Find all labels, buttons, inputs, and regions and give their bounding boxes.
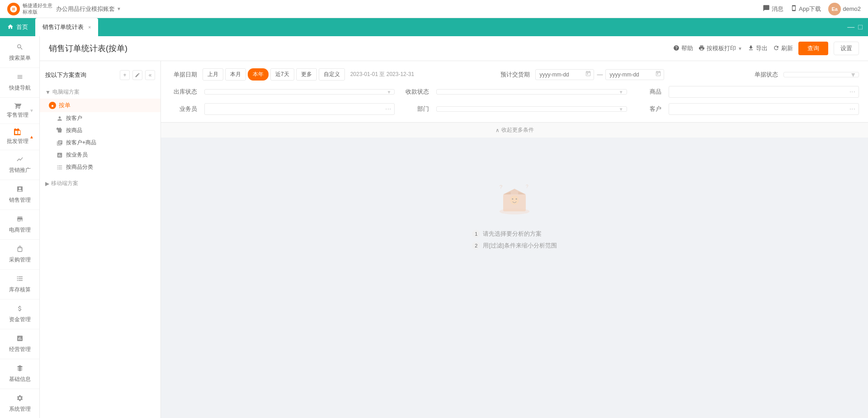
template-print-btn[interactable]: 按模板打印 ▼	[698, 44, 742, 52]
sidebar-item-operation[interactable]: 经营管理	[0, 329, 39, 359]
status-expand-icon: ▼	[850, 71, 856, 78]
tab-home[interactable]: 首页	[0, 18, 35, 36]
status-select[interactable]	[783, 72, 859, 77]
combined-icon	[56, 139, 63, 147]
calendar-start-icon[interactable]	[585, 71, 591, 78]
left-panel-header: 按以下方案查询 + «	[40, 66, 160, 84]
staff-input[interactable]	[204, 103, 395, 115]
customer-input[interactable]	[669, 103, 859, 115]
dept-select-wrap: ▼	[436, 106, 627, 112]
tree-expand-icon: ▼	[45, 89, 51, 95]
filter-row-3: 业务员 ··· 部门 ▼ 客户	[170, 103, 859, 115]
out-stock-label: 出库状态	[170, 88, 197, 96]
help-icon	[673, 45, 679, 52]
logo-area: 畅捷通好生意 标准版	[7, 3, 52, 15]
breadcrumb-text: 办公用品行业模拟账套	[56, 5, 115, 13]
tree-item-by-customer-goods[interactable]: 按客户+商品	[40, 137, 160, 149]
app-download-btn[interactable]: App下载	[791, 5, 821, 13]
export-btn[interactable]: 导出	[748, 44, 768, 52]
date-btn-7days[interactable]: 近7天	[270, 68, 294, 81]
svg-text:?: ?	[526, 184, 528, 189]
svg-point-4	[516, 198, 517, 200]
breadcrumb[interactable]: 办公用品行业模拟账套 ▼	[56, 5, 121, 13]
collapse-bar[interactable]: ∧ 收起更多条件	[161, 123, 868, 138]
tree-section-mobile: ▶ 移动端方案	[40, 175, 160, 192]
main-layout: 搜索菜单 快捷导航 零售管理 ▼ 批发管理 ▲	[0, 36, 868, 418]
message-btn[interactable]: 消息	[763, 5, 783, 13]
tree-item-by-goods[interactable]: 按商品	[40, 124, 160, 137]
expected-start-wrap	[535, 69, 594, 80]
refresh-btn[interactable]: 刷新	[773, 44, 793, 52]
staff-dots-icon[interactable]: ···	[385, 105, 391, 113]
left-panel-title: 按以下方案查询	[45, 71, 86, 79]
filter-area: 单据日期 上月 本月 本年 近7天 更多 自定义 2023-01-01 至 20…	[161, 61, 868, 123]
tab-close-btn[interactable]: ×	[88, 24, 91, 30]
sidebar-item-retail[interactable]: 零售管理 ▼	[0, 98, 39, 124]
export-icon	[748, 45, 754, 52]
sidebar-item-ecommerce[interactable]: 电商管理	[0, 210, 39, 240]
tab-minimize-btn[interactable]: —	[847, 23, 854, 31]
dept-select[interactable]	[436, 106, 627, 112]
left-panel: 按以下方案查询 + « ▼ 电脑端方案	[40, 61, 161, 418]
sidebar-item-finance[interactable]: 资金管理	[0, 299, 39, 329]
customer-dots-icon[interactable]: ···	[849, 105, 855, 113]
date-btn-more[interactable]: 更多	[296, 68, 317, 81]
sidebar: 搜索菜单 快捷导航 零售管理 ▼ 批发管理 ▲	[0, 36, 40, 418]
help-btn[interactable]: 帮助	[673, 44, 693, 52]
receive-select-wrap: ▼	[436, 89, 627, 95]
edit-scheme-btn[interactable]	[132, 70, 142, 80]
tab-order-stats[interactable]: 销售订单统计表 ×	[35, 18, 98, 36]
dept-dropdown-icon: ▼	[619, 107, 623, 112]
date-btn-this-month[interactable]: 本月	[225, 68, 246, 81]
refresh-icon	[773, 45, 779, 52]
receive-label: 收款状态	[402, 88, 429, 96]
sidebar-item-wholesale[interactable]: 批发管理 ▲	[0, 124, 39, 150]
user-area[interactable]: Ea demo2	[828, 3, 861, 15]
sidebar-item-search[interactable]: 搜索菜单	[0, 38, 39, 68]
out-stock-select[interactable]	[204, 89, 395, 95]
logo-text: 畅捷通好生意 标准版	[23, 3, 52, 14]
sidebar-item-purchase[interactable]: 采购管理	[0, 240, 39, 270]
goods-input[interactable]	[669, 86, 859, 98]
staff-icon	[56, 152, 63, 159]
mobile-expand-icon: ▶	[45, 180, 49, 187]
sidebar-item-system[interactable]: 系统管理	[0, 389, 39, 418]
tab-maximize-btn[interactable]: □	[858, 23, 863, 31]
tree-item-by-customer[interactable]: 按客户	[40, 112, 160, 124]
message-icon	[763, 5, 770, 13]
page-wrapper: 销售订单统计表(按单) 帮助 按模板打印 ▼	[40, 36, 868, 418]
calendar-end-icon[interactable]	[655, 71, 661, 78]
staff-label: 业务员	[170, 105, 197, 113]
date-btn-last-month[interactable]: 上月	[203, 68, 223, 81]
sidebar-item-marketing[interactable]: 营销推广	[0, 150, 39, 180]
tree-item-by-staff[interactable]: 按业务员	[40, 149, 160, 161]
sidebar-item-basic[interactable]: 基础信息	[0, 359, 39, 389]
tree-item-by-category[interactable]: 按商品分类	[40, 161, 160, 173]
tree-section-mobile-title[interactable]: ▶ 移动端方案	[40, 177, 160, 190]
date-separator: —	[597, 71, 603, 78]
customer-input-wrap: ···	[669, 103, 859, 115]
settings-button[interactable]: 设置	[834, 42, 859, 55]
page-actions: 帮助 按模板打印 ▼ 导出	[673, 42, 859, 55]
sidebar-item-sales[interactable]: 销售管理	[0, 180, 39, 210]
sidebar-item-inventory[interactable]: 库存核算	[0, 270, 39, 299]
right-panel: 单据日期 上月 本月 本年 近7天 更多 自定义 2023-01-01 至 20…	[161, 61, 868, 418]
sidebar-item-quick-nav[interactable]: 快捷导航	[0, 68, 39, 98]
tree-section-desktop-title[interactable]: ▼ 电脑端方案	[40, 86, 160, 99]
out-stock-dropdown-icon: ▼	[387, 90, 391, 95]
operation-icon	[4, 335, 36, 344]
customer-label: 客户	[634, 105, 661, 113]
add-scheme-btn[interactable]: +	[120, 70, 130, 80]
collapse-panel-btn[interactable]: «	[145, 70, 155, 80]
receive-select[interactable]	[436, 89, 627, 95]
svg-point-3	[512, 198, 513, 200]
content-area: 销售订单统计表(按单) 帮助 按模板打印 ▼	[40, 36, 868, 418]
date-btn-this-year[interactable]: 本年	[248, 68, 269, 81]
query-button[interactable]: 查询	[798, 42, 828, 55]
purchase-icon	[4, 245, 36, 254]
tree-item-by-order[interactable]: ● 按单	[40, 99, 160, 112]
goods-icon	[56, 127, 63, 134]
date-btn-custom[interactable]: 自定义	[319, 68, 345, 81]
goods-dots-icon[interactable]: ···	[849, 88, 855, 96]
expected-date-inputs: —	[535, 69, 664, 80]
